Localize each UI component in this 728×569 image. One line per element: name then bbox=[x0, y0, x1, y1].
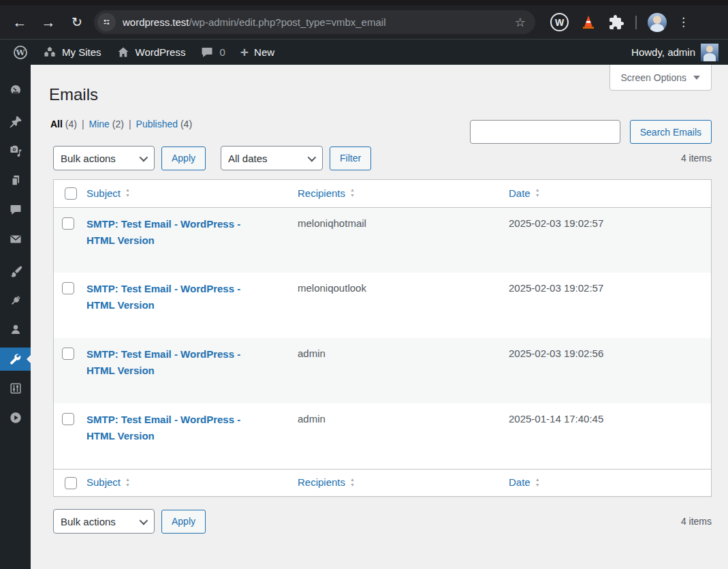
browser-menu-kebab-icon[interactable]: ⋮ bbox=[678, 15, 689, 29]
date-filter-value: All dates bbox=[228, 153, 268, 164]
row-checkbox[interactable] bbox=[62, 413, 74, 425]
sidebar-item-tools-active[interactable] bbox=[0, 348, 31, 371]
email-subject-link[interactable]: SMTP: Test Email - WordPress - HTML Vers… bbox=[86, 346, 264, 379]
home-icon bbox=[116, 46, 130, 59]
email-recipients: admin bbox=[291, 338, 502, 403]
sidebar-item-posts[interactable] bbox=[0, 110, 31, 134]
reload-button[interactable]: ↻ bbox=[65, 11, 89, 34]
wp-logo-menu[interactable]: W bbox=[5, 40, 35, 65]
w-extension-icon[interactable]: W bbox=[550, 13, 569, 31]
sidebar-item-dashboard[interactable] bbox=[0, 78, 31, 102]
browser-profile-avatar[interactable] bbox=[648, 13, 667, 32]
sort-subject-link[interactable]: Subject bbox=[86, 187, 130, 199]
pushpin-icon bbox=[9, 115, 22, 129]
view-mine-link[interactable]: Mine bbox=[89, 119, 110, 129]
forward-button[interactable]: → bbox=[37, 11, 60, 34]
select-all-checkbox[interactable] bbox=[65, 477, 77, 489]
apply-button[interactable]: Apply bbox=[161, 147, 206, 170]
sort-asc-icon bbox=[125, 478, 130, 482]
media-icon bbox=[9, 144, 22, 158]
sort-date-link[interactable]: Date bbox=[509, 476, 540, 488]
sort-icons bbox=[350, 478, 355, 487]
items-count-bottom: 4 items bbox=[681, 516, 712, 527]
multisite-houses-icon bbox=[43, 46, 57, 59]
window-top-strip bbox=[0, 0, 728, 5]
address-bar[interactable]: wordpress.test/wp-admin/edit.php?post_ty… bbox=[94, 10, 535, 34]
select-all-checkbox[interactable] bbox=[65, 187, 77, 200]
sidebar-item-pages[interactable] bbox=[0, 169, 31, 192]
plus-icon: + bbox=[240, 46, 249, 59]
email-subject-link[interactable]: SMTP: Test Email - WordPress - HTML Vers… bbox=[86, 412, 264, 444]
email-recipients: meloniqhotmail bbox=[291, 207, 502, 273]
sort-date-link[interactable]: Date bbox=[509, 187, 540, 199]
chevron-down-icon bbox=[693, 76, 700, 80]
comments-menu[interactable]: 0 bbox=[193, 40, 232, 65]
back-button[interactable]: ← bbox=[8, 11, 31, 34]
search-emails-button[interactable]: Search Emails bbox=[630, 120, 712, 144]
envelope-icon bbox=[9, 232, 22, 246]
browser-toolbar: ← → ↻ wordpress.test/wp-admin/edit.php?p… bbox=[0, 5, 728, 40]
sidebar-item-emails[interactable] bbox=[0, 228, 31, 251]
dashboard-icon bbox=[9, 83, 22, 97]
search-box: Search Emails bbox=[470, 120, 712, 144]
bulk-actions-select-bottom[interactable]: Bulk actions bbox=[53, 509, 155, 534]
filter-button[interactable]: Filter bbox=[330, 147, 371, 170]
table-row: SMTP: Test Email - WordPress - HTML Vers… bbox=[54, 207, 711, 273]
email-subject-link[interactable]: SMTP: Test Email - WordPress - HTML Vers… bbox=[86, 216, 264, 249]
sort-desc-icon bbox=[350, 194, 355, 198]
chevron-down-icon bbox=[140, 517, 148, 525]
email-subject-link[interactable]: SMTP: Test Email - WordPress - HTML Vers… bbox=[86, 281, 264, 313]
sort-desc-icon bbox=[350, 483, 355, 487]
sort-recipients-link[interactable]: Recipients bbox=[298, 476, 355, 488]
sidebar-item-settings[interactable] bbox=[0, 377, 31, 400]
sort-subject-link[interactable]: Subject bbox=[86, 476, 130, 488]
view-published-link[interactable]: Published bbox=[136, 119, 178, 129]
table-row: SMTP: Test Email - WordPress - HTML Vers… bbox=[54, 403, 711, 469]
my-account-menu[interactable]: Howdy, admin bbox=[631, 44, 720, 61]
sort-asc-icon bbox=[535, 188, 540, 192]
howdy-label: Howdy, admin bbox=[631, 46, 695, 58]
site-menu[interactable]: WordPress bbox=[109, 40, 193, 65]
chevron-down-icon bbox=[308, 153, 317, 162]
sort-icons bbox=[350, 188, 355, 198]
date-filter-select[interactable]: All dates bbox=[221, 146, 323, 170]
view-mine-count: (2) bbox=[112, 119, 124, 129]
cone-extension-icon[interactable] bbox=[580, 14, 597, 31]
url-host: wordpress.test bbox=[123, 16, 189, 28]
row-checkbox[interactable] bbox=[62, 217, 74, 230]
sort-asc-icon bbox=[350, 478, 355, 482]
sidebar-item-comments[interactable] bbox=[0, 198, 31, 221]
sidebar-item-media[interactable] bbox=[0, 140, 31, 163]
items-count: 4 items bbox=[681, 153, 712, 164]
apply-button-bottom[interactable]: Apply bbox=[161, 510, 206, 534]
sidebar-item-users[interactable] bbox=[0, 318, 31, 341]
extensions-puzzle-icon[interactable] bbox=[608, 14, 624, 31]
sidebar-item-video[interactable] bbox=[0, 406, 31, 429]
new-content-menu[interactable]: + New bbox=[233, 40, 282, 65]
email-date: 2025-02-03 19:02:57 bbox=[502, 273, 711, 338]
user-icon bbox=[9, 323, 22, 337]
chevron-down-icon bbox=[140, 153, 148, 162]
row-checkbox[interactable] bbox=[62, 282, 74, 294]
my-sites-menu[interactable]: My Sites bbox=[35, 40, 109, 65]
plug-icon bbox=[9, 294, 22, 307]
row-checkbox[interactable] bbox=[62, 348, 74, 360]
site-settings-button[interactable] bbox=[97, 13, 116, 31]
search-input[interactable] bbox=[470, 120, 620, 144]
email-date: 2025-02-03 19:02:56 bbox=[502, 338, 711, 403]
wp-admin-bar: W My Sites WordPress 0 + New Howdy, adm bbox=[0, 40, 728, 65]
screen-options-label: Screen Options bbox=[621, 72, 687, 83]
tablenav-bottom: Bulk actions Apply 4 items bbox=[53, 509, 712, 534]
wrench-icon bbox=[9, 352, 22, 366]
bookmark-star-icon[interactable]: ☆ bbox=[513, 15, 527, 30]
url-text[interactable]: wordpress.test/wp-admin/edit.php?post_ty… bbox=[123, 16, 513, 28]
screen-options-tab[interactable]: Screen Options bbox=[610, 65, 712, 91]
view-all-link[interactable]: All (4) bbox=[50, 119, 77, 129]
main-content: Screen Options Emails All (4)|Mine (2)|P… bbox=[31, 65, 728, 569]
views-separator: | bbox=[82, 119, 84, 129]
sidebar-item-appearance[interactable] bbox=[0, 260, 31, 283]
sidebar-item-plugins[interactable] bbox=[0, 289, 31, 312]
bulk-actions-select[interactable]: Bulk actions bbox=[53, 146, 155, 170]
site-name-label: WordPress bbox=[136, 46, 186, 58]
sort-recipients-link[interactable]: Recipients bbox=[298, 187, 355, 199]
